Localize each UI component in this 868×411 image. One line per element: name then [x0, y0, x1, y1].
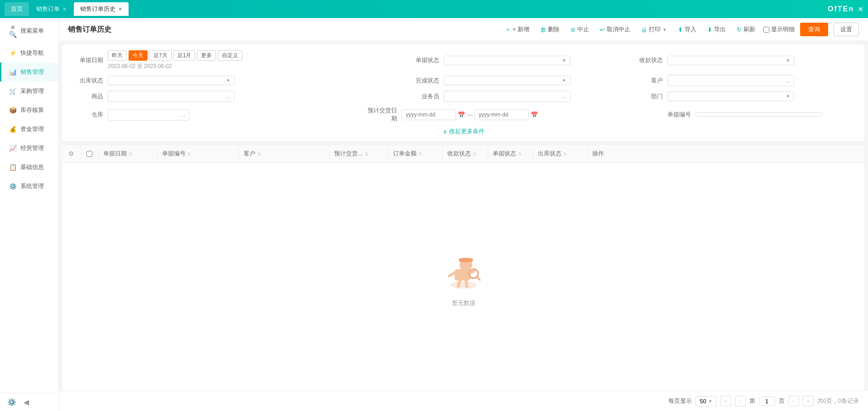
- out-status-select[interactable]: ▼: [108, 76, 235, 85]
- sidebar-item-base[interactable]: 📋 基础信息: [0, 158, 58, 177]
- svg-rect-1: [455, 269, 470, 280]
- print-button[interactable]: 🖨 打印 ▼: [638, 24, 670, 35]
- delete-icon: 🗑: [540, 26, 546, 33]
- th-out-status-sort[interactable]: ⇅: [563, 151, 567, 156]
- new-button[interactable]: ＋ + 新增: [502, 24, 532, 35]
- system-icon: ⚙️: [9, 183, 17, 190]
- prev-page-button[interactable]: ‹: [735, 396, 746, 406]
- delete-button[interactable]: 🗑 删除: [537, 24, 562, 35]
- filter-row-2: 出库状态 ▼ 完成状态 ▼ 客户: [72, 75, 855, 86]
- page-prefix: 第: [749, 397, 755, 405]
- tab-sales-order-history[interactable]: 销售订单历史 ✕: [74, 2, 129, 16]
- complete-status-select[interactable]: ▼: [444, 76, 571, 85]
- bill-no-input[interactable]: [695, 112, 822, 117]
- payment-status-select[interactable]: ▼: [667, 56, 794, 65]
- refresh-button[interactable]: ↻ 刷新: [734, 24, 758, 35]
- current-page-input[interactable]: [759, 396, 775, 406]
- date-custom-btn[interactable]: 自定义: [218, 50, 242, 61]
- warehouse-dots[interactable]: ...: [180, 111, 185, 118]
- filter-col-bill-no: 单据编号: [659, 111, 855, 119]
- collapse-more-label: 收起更多条件: [449, 127, 484, 135]
- sidebar-collapse-icon[interactable]: ◀: [24, 398, 29, 406]
- search-menu-icon: ≡🔍: [9, 24, 17, 38]
- warehouse-select[interactable]: ...: [108, 109, 189, 121]
- filter-col-dept: 部门 ▼: [631, 92, 855, 101]
- th-num-sort[interactable]: ⇅: [187, 151, 191, 156]
- first-page-button[interactable]: «: [720, 396, 731, 406]
- query-button[interactable]: 查询: [800, 23, 828, 36]
- tab-home[interactable]: 首页: [5, 2, 29, 16]
- last-page-button[interactable]: »: [803, 396, 814, 406]
- th-bill-status-sort[interactable]: ⇅: [518, 151, 522, 156]
- date-7days-btn[interactable]: 近7天: [149, 50, 172, 61]
- per-page-select[interactable]: 50 ▼: [695, 396, 716, 406]
- salesperson-dots[interactable]: ...: [561, 93, 566, 100]
- sidebar-item-purchase[interactable]: 🛒 采购管理: [0, 82, 58, 101]
- tab-sales-order[interactable]: 销售订单 ✕: [30, 2, 73, 16]
- collapse-more-button[interactable]: ∧ 收起更多条件: [72, 127, 855, 135]
- sidebar-item-inventory-label: 库存核算: [20, 106, 44, 114]
- sidebar-item-search-menu[interactable]: ≡🔍 搜索菜单: [0, 18, 58, 44]
- th-delivery-sort[interactable]: ⇅: [364, 151, 368, 156]
- per-page-label: 每页显示: [668, 397, 692, 405]
- date-quick-buttons: 昨天 今天 近7天 近1月 更多 自定义: [108, 50, 242, 61]
- date-label: 单据日期: [72, 56, 108, 64]
- tab-sales-order-history-close[interactable]: ✕: [118, 6, 122, 12]
- date-1month-btn[interactable]: 近1月: [173, 50, 196, 61]
- sidebar-item-quick-nav[interactable]: ⚡ 快捷导航: [0, 44, 58, 63]
- date-more-btn[interactable]: 更多: [197, 50, 216, 61]
- bill-status-select[interactable]: ▼: [444, 56, 571, 65]
- salesperson-select[interactable]: ...: [444, 91, 571, 102]
- th-customer-sort[interactable]: ⇅: [257, 151, 261, 156]
- th-amount-sort[interactable]: ⇅: [418, 151, 422, 156]
- import-button[interactable]: ⬆ 导入: [675, 24, 699, 35]
- page-suffix: 页: [779, 397, 785, 405]
- sidebar-item-finance[interactable]: 💰 资金管理: [0, 120, 58, 139]
- sidebar-item-inventory[interactable]: 📦 库存核算: [0, 101, 58, 120]
- payment-status-label: 收款状态: [631, 56, 667, 64]
- th-gear[interactable]: ⚙: [62, 145, 81, 162]
- filter-row-1: 单据日期 昨天 今天 近7天 近1月 更多 自定义 2023-06-02 至 2…: [72, 50, 855, 70]
- delete-label: 删除: [548, 25, 560, 34]
- delivery-date-end-input[interactable]: [475, 109, 529, 120]
- th-bill-status: 单据状态 ⇅: [488, 145, 533, 162]
- window-close-button[interactable]: ✕: [858, 5, 863, 14]
- th-num-label: 单据编号: [162, 150, 186, 158]
- sidebar-item-operations[interactable]: 📈 经营管理: [0, 139, 58, 158]
- print-label: 打印: [649, 25, 661, 34]
- display-details-checkbox[interactable]: [763, 27, 769, 33]
- export-label: 导出: [714, 25, 726, 34]
- inventory-icon: 📦: [9, 106, 17, 114]
- delivery-date-start-calendar-icon[interactable]: 📅: [458, 111, 465, 118]
- select-all-checkbox[interactable]: [86, 151, 92, 157]
- customer-select[interactable]: ...: [667, 75, 794, 86]
- dept-select[interactable]: ▼: [667, 92, 794, 101]
- th-date-sort[interactable]: ⇅: [129, 151, 132, 156]
- tab-sales-order-close[interactable]: ✕: [62, 6, 67, 12]
- customer-dots[interactable]: ...: [786, 77, 791, 84]
- product-dots[interactable]: ...: [225, 93, 230, 100]
- date-today-btn[interactable]: 今天: [129, 50, 148, 61]
- settings-button[interactable]: 设置: [834, 23, 859, 36]
- date-yesterday-btn[interactable]: 昨天: [108, 50, 127, 61]
- product-select[interactable]: ...: [108, 91, 235, 102]
- sidebar-item-system[interactable]: ⚙️ 系统管理: [0, 177, 58, 196]
- display-details-checkbox-label: 显示明细: [763, 25, 795, 34]
- th-pay-status-sort[interactable]: ⇅: [473, 151, 476, 156]
- sidebar-item-sales[interactable]: 📊 销售管理: [0, 63, 58, 82]
- th-date-label: 单据日期: [103, 150, 127, 158]
- svg-point-0: [450, 281, 477, 289]
- refresh-icon: ↻: [737, 26, 742, 33]
- cancel-stop-button[interactable]: ↩ 取消中止: [597, 24, 633, 35]
- delivery-date-start-input[interactable]: [402, 109, 456, 120]
- th-customer-label: 客户: [244, 150, 255, 158]
- bill-status-chevron: ▼: [562, 58, 566, 63]
- filter-row-3: 商品 ... 业务员 ... 部门: [72, 91, 855, 102]
- th-amount-label: 订单金额: [393, 150, 417, 158]
- stop-button[interactable]: ⊘ 中止: [568, 24, 592, 35]
- export-button[interactable]: ⬇ 导出: [705, 24, 729, 35]
- next-page-button[interactable]: ›: [788, 396, 799, 406]
- complete-status-chevron: ▼: [562, 78, 566, 83]
- delivery-date-end-calendar-icon[interactable]: 📅: [531, 111, 538, 118]
- sidebar-settings-icon[interactable]: ⚙️: [7, 398, 16, 406]
